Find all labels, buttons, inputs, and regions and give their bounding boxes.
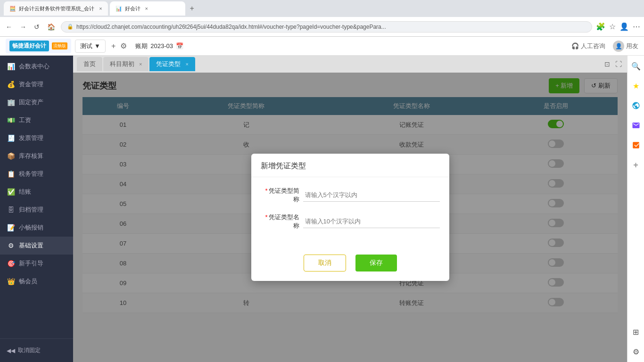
app-container: 📊 会数表中心 💰 资金管理 🏢 固定资产 💵 工资 🧾 发票管理 📦	[0, 56, 644, 362]
home-button[interactable]: 🏠	[45, 21, 57, 33]
guide-icon: 🎯	[7, 259, 15, 268]
lock-icon: 🔒	[67, 24, 74, 30]
top-toolbar: 畅捷通好会计 流畅版 测试 ▼ + ⚙ 账期 2023-03 📅 🎧 人工咨询 …	[0, 37, 644, 56]
support-button[interactable]: 🎧 人工咨询	[571, 42, 605, 50]
sidebar-item-report[interactable]: 📝 小畅报销	[0, 219, 73, 237]
toolbar-icons: + ⚙	[111, 41, 127, 50]
new-tab-button[interactable]: +	[187, 3, 197, 14]
more-icon[interactable]: ⋯	[633, 22, 640, 31]
user-menu[interactable]: 👤 用友	[613, 41, 638, 52]
tax-icon: 📋	[7, 170, 15, 178]
content-area: 凭证类型 + 新增 ↺ 刷新 编号 凭证类型简称 凭证类型名称 是否启用	[73, 73, 627, 362]
settle-icon: ✅	[7, 188, 15, 196]
browser-tab-2[interactable]: 📊 好会计 ×	[110, 1, 185, 16]
archive-icon: 🗄	[7, 206, 15, 214]
expand-buttons: ⊡ ⛶	[603, 59, 623, 69]
maximize-icon[interactable]: ⛶	[614, 59, 623, 69]
tab-subject[interactable]: 科目期初 ×	[103, 57, 149, 71]
close-tab-subject[interactable]: ×	[139, 61, 142, 67]
favorites-icon[interactable]: ☆	[609, 22, 616, 31]
modal-header: 新增凭证类型	[251, 154, 449, 177]
close-tab-2[interactable]: ×	[145, 6, 148, 11]
sidebar-bottom: ◀◀ 取消固定	[0, 338, 73, 362]
right-settings-icon[interactable]: ⚙	[629, 345, 643, 358]
period-info: 账期 2023-03 📅	[135, 42, 183, 50]
short-label: *凭证类型简称	[261, 187, 303, 204]
tabs-bar: 首页 科目期初 × 凭证类型 × ⊡ ⛶	[73, 56, 627, 73]
name-input[interactable]	[303, 215, 440, 228]
sidebar-item-tax[interactable]: 📋 税务管理	[0, 165, 73, 183]
browser-tab-1[interactable]: 🧮 好会计云财务软件管理系统_会计 ×	[4, 1, 108, 16]
extensions-icon[interactable]: 🧩	[596, 22, 605, 31]
funds-icon: 💰	[7, 80, 15, 89]
close-tab-voucher-type[interactable]: ×	[185, 61, 188, 67]
right-blue-icon[interactable]	[629, 99, 643, 112]
close-tab-1[interactable]: ×	[99, 6, 102, 11]
address-bar: ← → ↺ 🏠 🔒 https://cloud2.chanjet.com/acc…	[0, 17, 644, 37]
short-input[interactable]	[303, 189, 440, 202]
browser-chrome: 🧮 好会计云财务软件管理系统_会计 × 📊 好会计 × +	[0, 0, 644, 17]
sidebar-item-dashboard[interactable]: 📊 会数表中心	[0, 58, 73, 75]
right-search-icon[interactable]: 🔍	[629, 59, 643, 73]
name-label: *凭证类型名称	[261, 213, 303, 230]
sidebar-item-archive[interactable]: 🗄 归档管理	[0, 201, 73, 219]
settings-sidebar-icon: ⚙	[7, 241, 15, 250]
report-icon: 📝	[7, 223, 15, 232]
member-icon: 👑	[7, 277, 15, 286]
modal-dialog: 新增凭证类型 *凭证类型简称 *凭证类型名称	[251, 154, 449, 281]
collapse-icon: ◀◀	[7, 347, 15, 354]
sidebar-item-assets[interactable]: 🏢 固定资产	[0, 93, 73, 111]
sidebar-item-settings[interactable]: ⚙ 基础设置	[0, 237, 73, 255]
sidebar-item-inventory[interactable]: 📦 库存核算	[0, 147, 73, 165]
sidebar-item-invoice[interactable]: 🧾 发票管理	[0, 129, 73, 147]
sidebar-item-guide[interactable]: 🎯 新手引导	[0, 255, 73, 272]
form-row-short: *凭证类型简称	[261, 187, 440, 204]
profile-icon[interactable]: 👤	[619, 22, 629, 31]
refresh-button[interactable]: ↺	[32, 21, 41, 33]
tab-voucher-type[interactable]: 凭证类型 ×	[149, 57, 195, 71]
right-orange-icon[interactable]	[629, 139, 643, 152]
sidebar-item-settle[interactable]: ✅ 结账	[0, 183, 73, 201]
right-grid-icon[interactable]: ⊞	[629, 325, 643, 338]
modal-overlay: 新增凭证类型 *凭证类型简称 *凭证类型名称	[73, 73, 627, 362]
save-button[interactable]: 保存	[355, 255, 397, 272]
sidebar-item-member[interactable]: 👑 畅会员	[0, 272, 73, 290]
sidebar-item-funds[interactable]: 💰 资金管理	[0, 75, 73, 93]
right-panel: 🔍 ★ + ⊞ ⚙	[627, 56, 644, 362]
forward-button[interactable]: →	[18, 21, 28, 33]
add-workspace-icon[interactable]: +	[111, 42, 116, 50]
url-bar[interactable]: 🔒 https://cloud2.chanjet.com/accounting/…	[61, 21, 592, 33]
inventory-icon: 📦	[7, 152, 15, 160]
user-support: 🎧 人工咨询 👤 用友	[571, 41, 638, 52]
dashboard-icon: 📊	[7, 62, 15, 71]
assets-icon: 🏢	[7, 98, 15, 107]
workspace-selector[interactable]: 测试 ▼	[75, 40, 106, 53]
right-star-icon[interactable]: ★	[629, 79, 643, 92]
invoice-icon: 🧾	[7, 134, 15, 142]
main-area: 首页 科目期初 × 凭证类型 × ⊡ ⛶ 凭证类型 + 新增 ↺ 刷新	[73, 56, 627, 362]
sidebar-nav: 📊 会数表中心 💰 资金管理 🏢 固定资产 💵 工资 🧾 发票管理 📦	[0, 56, 73, 338]
right-plus-icon[interactable]: +	[629, 158, 643, 172]
company-logo: 畅捷通好会计 流畅版	[6, 39, 71, 53]
url-text: https://cloud2.chanjet.com/accounting/uh…	[76, 24, 586, 30]
user-avatar: 👤	[613, 41, 624, 52]
calendar-icon[interactable]: 📅	[176, 42, 183, 49]
restore-icon[interactable]: ⊡	[603, 59, 612, 69]
tab-home[interactable]: 首页	[77, 57, 102, 71]
sidebar: 📊 会数表中心 💰 资金管理 🏢 固定资产 💵 工资 🧾 发票管理 📦	[0, 56, 73, 362]
cancel-button[interactable]: 取消	[304, 255, 346, 272]
right-purple-icon[interactable]	[629, 119, 643, 132]
sidebar-item-salary[interactable]: 💵 工资	[0, 111, 73, 129]
form-row-name: *凭证类型名称	[261, 213, 440, 230]
collapse-button[interactable]: ◀◀ 取消固定	[0, 343, 73, 358]
back-button[interactable]: ←	[4, 21, 14, 33]
headset-icon: 🎧	[571, 42, 579, 49]
modal-body: *凭证类型简称 *凭证类型名称	[251, 177, 449, 249]
salary-icon: 💵	[7, 116, 15, 124]
settings-icon[interactable]: ⚙	[120, 41, 127, 50]
modal-footer: 取消 保存	[251, 249, 449, 281]
address-actions: 🧩 ☆ 👤 ⋯	[596, 22, 640, 31]
